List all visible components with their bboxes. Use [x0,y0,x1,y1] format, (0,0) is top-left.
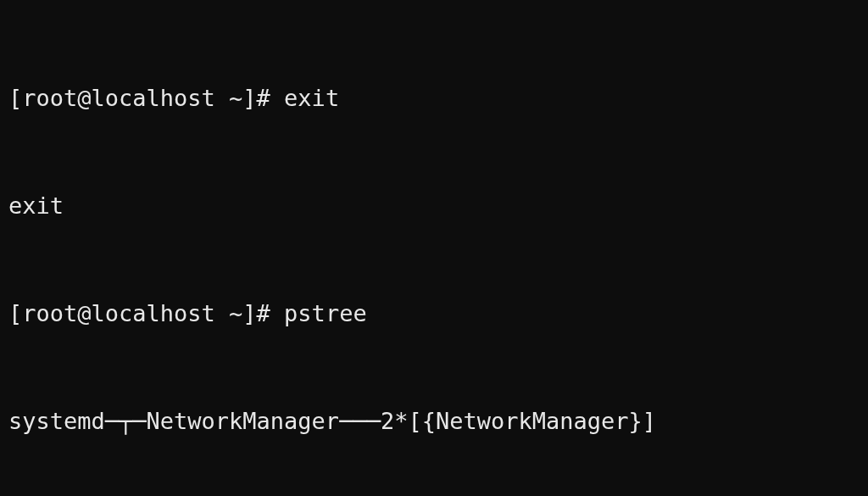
terminal-output[interactable]: [root@localhost ~]# exit exit [root@loca… [0,0,868,496]
prompt-line: [root@localhost ~]# exit [8,81,860,116]
command-text: pstree [284,300,367,326]
shell-prompt: [root@localhost ~]# [8,300,284,326]
prompt-line: [root@localhost ~]# pstree [8,296,860,332]
shell-prompt: [root@localhost ~]# [8,85,284,111]
command-text: exit [284,85,339,111]
output-line: exit [8,188,860,224]
pstree-line: systemd─┬─NetworkManager───2*[{NetworkMa… [8,404,860,439]
